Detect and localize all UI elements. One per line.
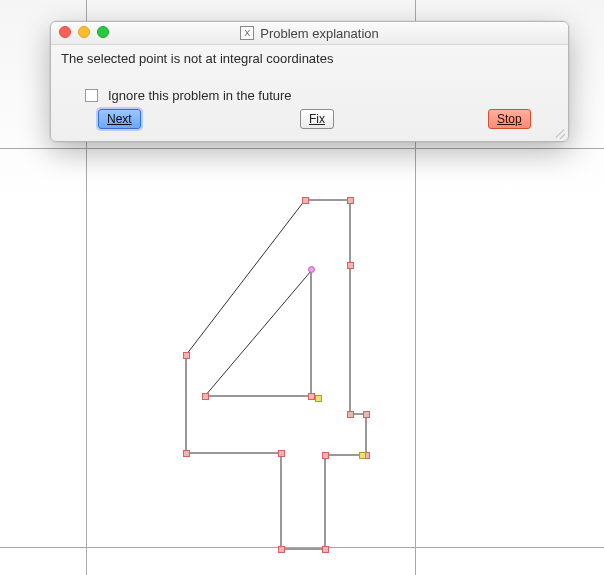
control-point[interactable] xyxy=(347,411,354,418)
control-point[interactable] xyxy=(278,450,285,457)
close-icon[interactable] xyxy=(59,26,71,38)
minimize-icon[interactable] xyxy=(78,26,90,38)
control-point[interactable] xyxy=(183,352,190,359)
app-x11-icon: X xyxy=(240,26,254,40)
control-point-selected[interactable] xyxy=(315,395,322,402)
ignore-checkbox-row[interactable]: Ignore this problem in the future xyxy=(85,88,558,103)
zoom-icon[interactable] xyxy=(97,26,109,38)
guide-horizontal xyxy=(0,547,604,548)
guide-horizontal xyxy=(0,148,604,149)
control-point[interactable] xyxy=(363,411,370,418)
control-point[interactable] xyxy=(308,393,315,400)
dialog-titlebar[interactable]: X Problem explanation xyxy=(51,22,568,45)
problem-explanation-dialog: X Problem explanation The selected point… xyxy=(50,21,569,142)
control-point[interactable] xyxy=(322,546,329,553)
control-point[interactable] xyxy=(322,452,329,459)
resize-grip[interactable] xyxy=(553,126,565,138)
control-point[interactable] xyxy=(278,546,285,553)
control-point[interactable] xyxy=(347,197,354,204)
traffic-lights xyxy=(59,26,109,38)
control-point[interactable] xyxy=(202,393,209,400)
ignore-checkbox-label: Ignore this problem in the future xyxy=(108,88,292,103)
control-point[interactable] xyxy=(347,262,354,269)
control-point[interactable] xyxy=(183,450,190,457)
next-button[interactable]: Next xyxy=(98,109,141,129)
stop-button[interactable]: Stop xyxy=(488,109,531,129)
fix-button[interactable]: Fix xyxy=(300,109,334,129)
control-point[interactable] xyxy=(302,197,309,204)
dialog-title: Problem explanation xyxy=(260,26,379,41)
dialog-button-row: Next Fix Stop xyxy=(51,109,568,133)
control-point-curve[interactable] xyxy=(308,266,315,273)
problem-message: The selected point is not at integral co… xyxy=(61,51,558,66)
ignore-checkbox[interactable] xyxy=(85,89,98,102)
control-point-selected[interactable] xyxy=(359,452,366,459)
